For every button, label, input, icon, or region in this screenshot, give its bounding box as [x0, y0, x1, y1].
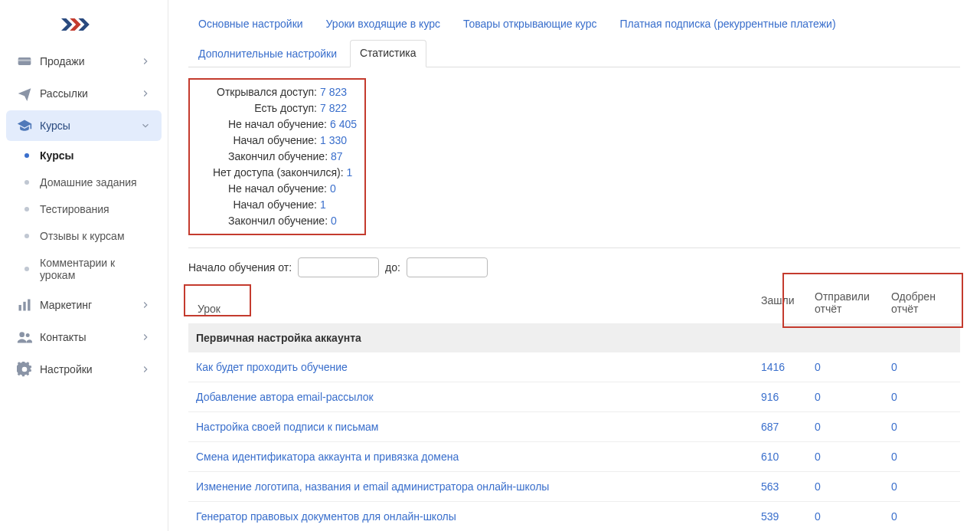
- stats-na-finished-value[interactable]: 0: [331, 213, 337, 229]
- sidebar-subitem-label: Курсы: [40, 149, 74, 162]
- tab[interactable]: Основные настройки: [188, 11, 313, 38]
- divider: [188, 247, 960, 248]
- sidebar-item-sales[interactable]: Продажи: [6, 46, 162, 77]
- lesson-link[interactable]: Настройка своей подписи к письмам: [196, 421, 378, 433]
- tabs: Основные настройкиУроки входящие в курсТ…: [188, 0, 960, 67]
- stats-not-started-value[interactable]: 6 405: [330, 116, 357, 133]
- cell-approved[interactable]: 0: [884, 442, 960, 472]
- tab[interactable]: Платная подписка (рекуррентные платежи): [609, 11, 845, 38]
- chevron-right-icon: [140, 300, 151, 310]
- svg-rect-7: [28, 300, 30, 311]
- stats-has-value[interactable]: 7 822: [320, 100, 347, 116]
- sidebar-item-courses[interactable]: Курсы: [6, 110, 162, 141]
- cell-approved[interactable]: 0: [884, 412, 960, 442]
- filter-to-label: до:: [385, 261, 400, 274]
- col-entered[interactable]: Зашли: [753, 282, 807, 323]
- sidebar-subitem[interactable]: Домашние задания: [15, 169, 162, 195]
- lesson-link[interactable]: Изменение логотипа, названия и email адм…: [196, 480, 549, 493]
- cell-approved[interactable]: 0: [884, 382, 960, 412]
- cell-sent[interactable]: 0: [807, 382, 884, 412]
- cell-sent[interactable]: 0: [807, 442, 884, 472]
- svg-point-8: [19, 332, 24, 337]
- cell-lesson: Как будет проходить обучение: [188, 352, 753, 382]
- stats-started-value[interactable]: 1 330: [320, 133, 347, 149]
- stats-noaccess-value[interactable]: 1: [347, 165, 353, 181]
- cap-icon: [17, 118, 32, 133]
- cell-sent[interactable]: 0: [807, 352, 884, 382]
- cell-approved[interactable]: 0: [884, 352, 960, 382]
- tab[interactable]: Уроки входящие в курс: [316, 11, 450, 38]
- main-content: Основные настройкиУроки входящие в курсТ…: [168, 0, 980, 531]
- people-icon: [17, 329, 32, 345]
- stats-na-not-started-value[interactable]: 0: [330, 181, 336, 197]
- bullet-icon: [24, 234, 29, 238]
- cell-sent[interactable]: 0: [807, 472, 884, 502]
- table-row: Добавление автора email-рассылок91600: [188, 382, 960, 412]
- stats-noaccess-label: Нет доступа (закончился):: [198, 165, 344, 181]
- filter-from-input[interactable]: [298, 257, 379, 277]
- svg-rect-5: [19, 305, 21, 311]
- tab[interactable]: Товары открывающие курс: [453, 11, 606, 38]
- sidebar-item-marketing[interactable]: Маркетинг: [6, 290, 162, 320]
- bullet-icon: [24, 180, 29, 185]
- col-approved[interactable]: Одобрен отчёт: [884, 282, 960, 323]
- sidebar-subitem-label: Тестирования: [40, 203, 109, 215]
- stats-na-finished-label: Закончил обучение:: [198, 213, 328, 229]
- plane-icon: [17, 86, 32, 101]
- bullet-icon: [24, 153, 29, 158]
- lessons-table: Урок Зашли Отправили отчёт Одобрен отчёт…: [188, 282, 960, 531]
- sidebar-item-mailings[interactable]: Рассылки: [6, 78, 162, 109]
- sidebar-subitem[interactable]: Отзывы к курсам: [15, 223, 162, 249]
- table-row: Изменение логотипа, названия и email адм…: [188, 472, 960, 502]
- cell-sent[interactable]: 0: [807, 502, 884, 532]
- sidebar-item-settings[interactable]: Настройки: [6, 354, 162, 385]
- chevron-down-icon: [140, 120, 151, 131]
- lesson-link[interactable]: Как будет проходить обучение: [196, 361, 348, 373]
- sidebar-item-label: Рассылки: [40, 87, 140, 100]
- chevron-right-icon: [140, 364, 151, 375]
- lesson-link[interactable]: Добавление автора email-рассылок: [196, 391, 374, 403]
- col-lesson[interactable]: Урок: [188, 282, 753, 323]
- cell-entered[interactable]: 539: [753, 502, 807, 532]
- cell-entered[interactable]: 610: [753, 442, 807, 472]
- table-row: Настройка своей подписи к письмам68700: [188, 412, 960, 442]
- gear-icon: [17, 362, 32, 377]
- cell-lesson: Добавление автора email-рассылок: [188, 382, 753, 412]
- sidebar-item-label: Курсы: [40, 120, 140, 132]
- col-sent[interactable]: Отправили отчёт: [807, 282, 884, 323]
- cell-lesson: Генератор правовых документов для онлайн…: [188, 502, 753, 532]
- stats-na-not-started-label: Не начал обучение:: [198, 181, 327, 197]
- sidebar-subitem[interactable]: Тестирования: [15, 196, 162, 222]
- cell-entered[interactable]: 1416: [753, 352, 807, 382]
- stats-finished-value[interactable]: 87: [331, 149, 343, 165]
- tab[interactable]: Статистика: [350, 40, 426, 67]
- lesson-link[interactable]: Смена идентификатора аккаунта и привязка…: [196, 451, 459, 463]
- card-icon: [17, 54, 32, 69]
- sidebar: ПродажиРассылкиКурсыКурсыДомашние задани…: [0, 0, 168, 531]
- stats-opened-value[interactable]: 7 823: [320, 84, 347, 100]
- tab[interactable]: Дополнительные настройки: [188, 41, 347, 67]
- cell-approved[interactable]: 0: [884, 502, 960, 532]
- filter-to-input[interactable]: [407, 257, 488, 277]
- cell-entered[interactable]: 916: [753, 382, 807, 412]
- sidebar-item-contacts[interactable]: Контакты: [6, 322, 162, 352]
- sidebar-subitem-label: Отзывы к курсам: [40, 230, 125, 242]
- svg-rect-6: [23, 302, 25, 311]
- cell-sent[interactable]: 0: [807, 412, 884, 442]
- sidebar-subitem[interactable]: Комментарии к урокам: [15, 250, 162, 288]
- sidebar-item-label: Маркетинг: [40, 299, 140, 311]
- chart-icon: [17, 297, 32, 313]
- stats-na-started-value[interactable]: 1: [320, 197, 326, 213]
- cell-entered[interactable]: 687: [753, 412, 807, 442]
- sidebar-subitem[interactable]: Курсы: [15, 143, 162, 169]
- cell-lesson: Смена идентификатора аккаунта и привязка…: [188, 442, 753, 472]
- sidebar-subitem-label: Домашние задания: [40, 176, 137, 188]
- sidebar-subitem-label: Комментарии к урокам: [40, 257, 151, 281]
- cell-lesson: Настройка своей подписи к письмам: [188, 412, 753, 442]
- lesson-link[interactable]: Генератор правовых документов для онлайн…: [196, 510, 456, 523]
- bullet-icon: [24, 267, 29, 271]
- cell-entered[interactable]: 563: [753, 472, 807, 502]
- logo: [0, 9, 168, 40]
- cell-approved[interactable]: 0: [884, 472, 960, 502]
- chevron-right-icon: [140, 88, 151, 99]
